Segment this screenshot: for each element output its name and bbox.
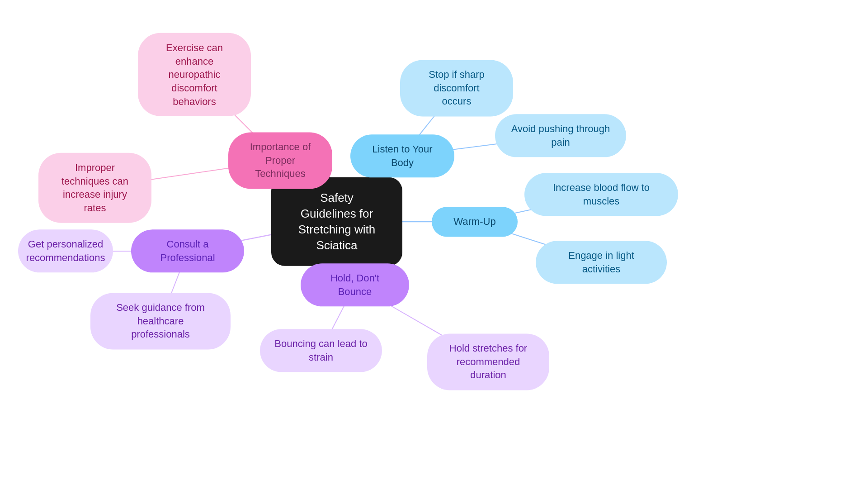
avoid-pain-node: Avoid pushing through pain <box>495 114 626 157</box>
stop-discomfort-node: Stop if sharp discomfortoccurs <box>400 60 513 116</box>
warm-up-label: Warm-Up <box>453 215 495 228</box>
improper-injury-label: Improper techniques canincrease injury r… <box>51 161 139 215</box>
improper-injury-node: Improper techniques canincrease injury r… <box>38 153 151 223</box>
consult-professional-label: Consult a Professional <box>144 238 231 264</box>
light-activities-label: Engage in light activities <box>548 249 654 276</box>
hold-duration-node: Hold stretches forrecommended duration <box>427 333 549 390</box>
hold-dont-bounce-label: Hold, Don't Bounce <box>313 271 396 298</box>
healthcare-guidance-label: Seek guidance from healthcareprofessiona… <box>103 301 218 341</box>
warm-up-node: Warm-Up <box>432 207 518 237</box>
stop-discomfort-label: Stop if sharp discomfortoccurs <box>413 68 500 108</box>
listen-body-label: Listen to Your Body <box>363 143 442 169</box>
exercise-neuropathic-node: Exercise can enhanceneuropathic discomfo… <box>138 33 251 116</box>
consult-professional-node: Consult a Professional <box>131 229 244 272</box>
bouncing-strain-node: Bouncing can lead to strain <box>260 329 382 372</box>
personalized-rec-node: Get personalizedrecommendations <box>18 229 113 272</box>
light-activities-node: Engage in light activities <box>536 241 667 284</box>
center-node: Safety Guidelines for Stretching with Sc… <box>271 177 402 266</box>
bouncing-strain-label: Bouncing can lead to strain <box>273 337 369 364</box>
avoid-pain-label: Avoid pushing through pain <box>508 122 613 149</box>
healthcare-guidance-node: Seek guidance from healthcareprofessiona… <box>90 293 231 349</box>
exercise-neuropathic-label: Exercise can enhanceneuropathic discomfo… <box>151 41 238 108</box>
proper-techniques-node: Importance of ProperTechniques <box>228 132 332 189</box>
hold-dont-bounce-node: Hold, Don't Bounce <box>301 263 409 306</box>
personalized-rec-label: Get personalizedrecommendations <box>26 238 105 264</box>
blood-flow-node: Increase blood flow to muscles <box>524 173 678 216</box>
mindmap-canvas: Safety Guidelines for Stretching with Sc… <box>0 0 868 490</box>
blood-flow-label: Increase blood flow to muscles <box>537 181 665 208</box>
proper-techniques-label: Importance of ProperTechniques <box>241 140 320 181</box>
center-label: Safety Guidelines for Stretching with Sc… <box>293 190 381 253</box>
listen-body-node: Listen to Your Body <box>350 134 454 177</box>
hold-duration-label: Hold stretches forrecommended duration <box>440 342 537 382</box>
